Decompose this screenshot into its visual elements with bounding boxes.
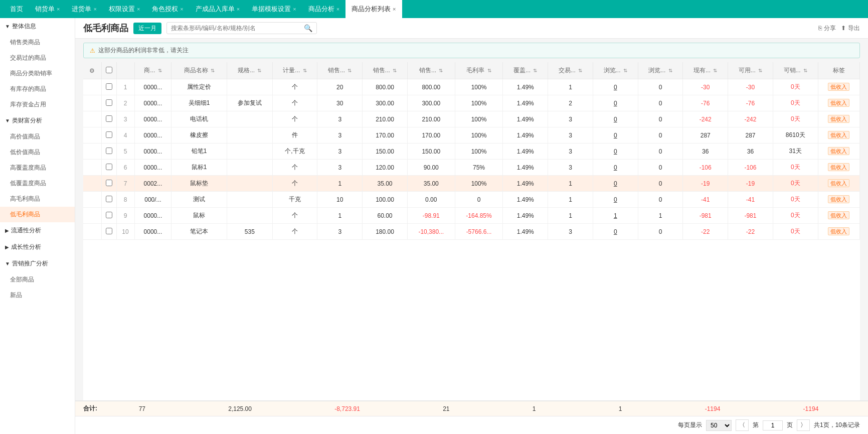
- col-header-gross-margin[interactable]: 毛利率 ⇅: [455, 62, 503, 79]
- row-checkbox[interactable]: [106, 99, 112, 106]
- nav-product-analysis[interactable]: 商品分析 ×: [302, 0, 345, 18]
- search-input[interactable]: [171, 25, 304, 32]
- search-icon[interactable]: 🔍: [304, 24, 312, 32]
- close-icon[interactable]: ×: [237, 6, 240, 12]
- row-checkbox-cell: [101, 160, 116, 176]
- main-layout: ▼ 整体信息 销售类商品 交易过的商品 商品分类助销率 有库存的商品 库存资金占…: [0, 18, 868, 434]
- sidebar-group-circulation[interactable]: ▶ 流通性分析: [0, 222, 75, 239]
- close-icon[interactable]: ×: [180, 6, 183, 12]
- row-checkbox[interactable]: [106, 148, 112, 154]
- close-icon[interactable]: ×: [393, 6, 396, 12]
- col-header-coverage[interactable]: 覆盖... ⇅: [503, 62, 548, 79]
- row-checkbox[interactable]: [106, 180, 112, 186]
- col-header-unit[interactable]: 计量... ⇅: [272, 62, 317, 79]
- row-view1[interactable]: 0: [593, 160, 638, 176]
- sidebar-item-low-margin[interactable]: 低毛利商品: [0, 207, 75, 222]
- close-icon[interactable]: ×: [293, 6, 296, 12]
- sidebar-item-new-goods[interactable]: 新品: [0, 287, 75, 303]
- sidebar-item-all-goods[interactable]: 全部商品: [0, 272, 75, 287]
- sidebar-item-high-coverage[interactable]: 高覆盖度商品: [0, 160, 75, 176]
- row-name: 吴细细1: [171, 95, 227, 111]
- row-checkbox[interactable]: [106, 196, 112, 202]
- col-header-spec[interactable]: 规格... ⇅: [227, 62, 272, 79]
- row-view1[interactable]: 0: [593, 79, 638, 95]
- row-view2: 0: [638, 224, 683, 240]
- row-checkbox-cell: [101, 176, 116, 192]
- sidebar-item-high-margin[interactable]: 高毛利商品: [0, 191, 75, 207]
- row-view1[interactable]: 0: [593, 192, 638, 208]
- nav-purchase-order[interactable]: 进货单 ×: [66, 0, 102, 18]
- nav-template-settings[interactable]: 单据模板设置 ×: [246, 0, 302, 18]
- col-header-current-stock[interactable]: 现有... ⇅: [683, 62, 728, 79]
- row-name: 鼠标: [171, 208, 227, 224]
- sidebar-group-overall[interactable]: ▼ 整体信息: [0, 18, 75, 35]
- row-view1[interactable]: 0: [593, 143, 638, 160]
- settings-column-header[interactable]: ⚙: [83, 62, 101, 79]
- row-checkbox[interactable]: [106, 115, 112, 122]
- col-header-view2[interactable]: 浏览... ⇅: [638, 62, 683, 79]
- close-icon[interactable]: ×: [93, 6, 96, 12]
- sidebar-group-marketing[interactable]: ▼ 营销推广分析: [0, 255, 75, 272]
- row-view1[interactable]: 0: [593, 95, 638, 111]
- checkbox-column-header[interactable]: [101, 62, 116, 79]
- sidebar-item-inventory-capital[interactable]: 库存资金占用: [0, 97, 75, 112]
- next-page-button[interactable]: 〉: [797, 419, 810, 431]
- col-header-sale-amount[interactable]: 销售... ⇅: [407, 62, 455, 79]
- row-current-stock: -981: [683, 208, 728, 224]
- sidebar-item-high-value[interactable]: 高价值商品: [0, 129, 75, 144]
- export-button[interactable]: ⬆ 导出: [841, 24, 860, 33]
- col-header-sale-qty[interactable]: 销售... ⇅: [317, 62, 363, 79]
- row-view1[interactable]: 1: [593, 208, 638, 224]
- col-header-tag[interactable]: 标签: [818, 62, 859, 79]
- row-checkbox[interactable]: [106, 164, 112, 170]
- row-gross-margin: 100%: [455, 79, 503, 95]
- row-checkbox-cell: [101, 143, 116, 160]
- nav-product-analysis-list[interactable]: 商品分析列表 ×: [345, 0, 402, 18]
- row-checkbox[interactable]: [106, 228, 112, 234]
- col-header-view1[interactable]: 浏览... ⇅: [593, 62, 638, 79]
- nav-sales-order[interactable]: 销货单 ×: [29, 0, 66, 18]
- nav-finished-goods[interactable]: 产成品入库单 ×: [190, 0, 246, 18]
- close-icon[interactable]: ×: [57, 6, 60, 12]
- sidebar-item-low-coverage[interactable]: 低覆盖度商品: [0, 176, 75, 191]
- row-spec: [227, 208, 272, 224]
- nav-role-auth[interactable]: 角色授权 ×: [146, 0, 189, 18]
- close-icon[interactable]: ×: [336, 6, 339, 12]
- sidebar-item-category-rate[interactable]: 商品分类助销率: [0, 66, 75, 81]
- footer-current-stock: -1194: [705, 405, 721, 412]
- share-button[interactable]: ⎘ 分享: [818, 24, 836, 33]
- nav-permissions[interactable]: 权限设置 ×: [103, 0, 146, 18]
- per-page-select[interactable]: 50 20 100: [706, 420, 732, 431]
- col-header-trade[interactable]: 交易... ⇅: [548, 62, 593, 79]
- row-checkbox[interactable]: [106, 83, 112, 90]
- col-header-name[interactable]: 商品名称 ⇅: [171, 62, 227, 79]
- row-coverage: 1.49%: [503, 192, 548, 208]
- row-checkbox[interactable]: [106, 131, 112, 138]
- sidebar-group-growth[interactable]: ▶ 成长性分析: [0, 239, 75, 255]
- row-unit: 个: [272, 79, 317, 95]
- sidebar-item-low-value[interactable]: 低价值商品: [0, 144, 75, 160]
- row-name: 铅笔1: [171, 143, 227, 160]
- nav-home[interactable]: 首页: [4, 0, 29, 18]
- row-checkbox[interactable]: [106, 212, 112, 218]
- col-header-saleable[interactable]: 可销... ⇅: [773, 62, 818, 79]
- row-view1[interactable]: 0: [593, 224, 638, 240]
- select-all-checkbox[interactable]: [106, 67, 112, 73]
- sidebar-item-inventory-goods[interactable]: 有库存的商品: [0, 81, 75, 97]
- row-tag: 低收入: [818, 143, 859, 160]
- col-header-sale-price[interactable]: 销售... ⇅: [363, 62, 408, 79]
- page-number-input[interactable]: [763, 420, 783, 430]
- row-view1[interactable]: 0: [593, 176, 638, 192]
- settings-icon[interactable]: ⚙: [89, 67, 95, 74]
- close-icon[interactable]: ×: [137, 6, 140, 12]
- period-button[interactable]: 近一月: [133, 23, 161, 34]
- prev-page-button[interactable]: 〈: [736, 419, 749, 431]
- row-settings-cell: [83, 79, 101, 95]
- sidebar-item-traded-goods[interactable]: 交易过的商品: [0, 50, 75, 66]
- row-view1[interactable]: 0: [593, 127, 638, 143]
- col-header-code[interactable]: 商... ⇅: [134, 62, 171, 79]
- row-view1[interactable]: 0: [593, 111, 638, 127]
- sidebar-item-sales-goods[interactable]: 销售类商品: [0, 35, 75, 50]
- col-header-available[interactable]: 可用... ⇅: [728, 62, 773, 79]
- sidebar-group-wealth[interactable]: ▼ 类财富分析: [0, 112, 75, 129]
